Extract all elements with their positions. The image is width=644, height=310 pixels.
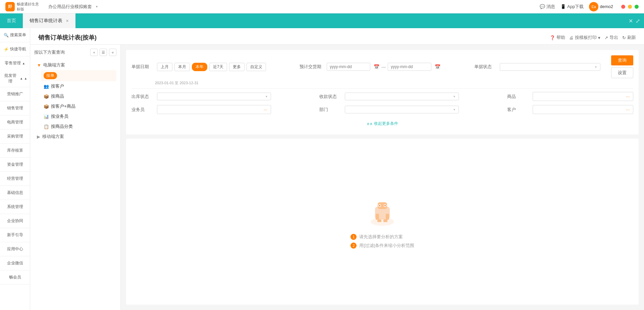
date-btn-thisyear[interactable]: 本年 bbox=[192, 63, 207, 71]
message-action[interactable]: 💬 消息 bbox=[540, 4, 555, 10]
sidebar-item-system[interactable]: 系统管理 bbox=[0, 200, 30, 214]
tab-win-close[interactable]: ✕ bbox=[629, 18, 633, 24]
tree-section-mobile[interactable]: ▶ 移动端方案 bbox=[34, 132, 116, 142]
tab-win-max[interactable]: ⤢ bbox=[636, 18, 640, 24]
sidebar-item-finance[interactable]: 资金管理 bbox=[0, 158, 30, 172]
tab-home[interactable]: 首页 bbox=[0, 13, 23, 28]
cal-icon-from[interactable]: 📅 bbox=[374, 64, 379, 69]
tree-item-by-customer-product[interactable]: 📦 按客户+商品 bbox=[41, 101, 116, 111]
tab-order-stats[interactable]: 销售订单统计表 ✕ bbox=[23, 13, 75, 28]
filter-row-2: 出库状态 ▾ 收款状态 ▾ 商品 bbox=[131, 92, 633, 101]
tree-item-by-salesperson[interactable]: 📊 按业务员 bbox=[41, 111, 116, 121]
shipment-label: 出库状态 bbox=[131, 94, 152, 100]
empty-tip-2: 2 用[过滤]条件来缩小分析范围 bbox=[351, 243, 414, 249]
collapse-panel-btn[interactable]: « bbox=[109, 49, 116, 56]
date-btn-more[interactable]: 更多 bbox=[229, 63, 245, 71]
top-dropdown-icon[interactable]: ▾ bbox=[96, 5, 98, 8]
customer-label: 客户 bbox=[507, 107, 527, 113]
shipment-arrow: ▾ bbox=[266, 95, 267, 98]
sidebar-item-marketing[interactable]: 营销推广 bbox=[0, 87, 30, 101]
expected-date-from[interactable] bbox=[327, 63, 370, 71]
sidebar-item-inventory[interactable]: 库存核算 bbox=[0, 144, 30, 158]
print-dropdown-icon[interactable]: ▾ bbox=[598, 35, 600, 40]
page-title: 销售订单统计表(按单) bbox=[38, 34, 97, 42]
by-product-icon: 📦 bbox=[44, 94, 49, 99]
tree-expand-icon: ▼ bbox=[37, 63, 41, 68]
expected-date-to[interactable] bbox=[388, 63, 431, 71]
date-btn-custom[interactable]: 自定义 bbox=[247, 63, 266, 71]
date-btn-thismonth[interactable]: 本月 bbox=[174, 63, 190, 71]
app-download-action[interactable]: 📱 App下载 bbox=[560, 4, 584, 10]
dept-select[interactable]: ▾ bbox=[345, 106, 459, 113]
inner-layout: 按以下方案查询 ＋ ☰ « ▼ 电脑端方案 按单 bbox=[30, 45, 644, 310]
sidebar-quick-nav[interactable]: ⚡ 快捷导航 bbox=[0, 42, 30, 56]
tree-item-by-category[interactable]: 📋 按商品分类 bbox=[41, 121, 116, 132]
customer-more-btn[interactable]: ··· bbox=[626, 107, 630, 112]
add-scheme-btn[interactable]: ＋ bbox=[90, 49, 98, 56]
top-bar-left: 好 畅捷通好生意 标版 办公用品行业模拟账套 ▾ bbox=[5, 2, 98, 11]
date-btn-7days[interactable]: 近7天 bbox=[209, 63, 227, 71]
status-select-arrow: ▾ bbox=[595, 65, 597, 69]
main-layout: 🔍 搜索菜单 ⚡ 快捷导航 零售管理 批发管理 ▲ 营销推广 销售管理 电商管理… bbox=[0, 28, 644, 310]
date-sep: — bbox=[381, 64, 386, 69]
tree-section-pc[interactable]: ▼ 电脑端方案 bbox=[34, 60, 116, 70]
date-btn-lastmonth[interactable]: 上月 bbox=[157, 63, 172, 71]
manage-scheme-btn[interactable]: ☰ bbox=[100, 49, 107, 56]
tree-item-by-order[interactable]: 按单 bbox=[41, 70, 116, 81]
sidebar-item-enterprise[interactable]: 企业协同 bbox=[0, 214, 30, 228]
refresh-btn[interactable]: ↻ 刷新 bbox=[622, 35, 636, 41]
help-icon: ❓ bbox=[550, 35, 555, 40]
sidebar-item-sales[interactable]: 销售管理 bbox=[0, 101, 30, 115]
export-btn[interactable]: ↗ 导出 bbox=[604, 35, 618, 41]
print-btn[interactable]: 🖨 按模板打印 ▾ bbox=[569, 35, 600, 41]
product-select[interactable]: ··· bbox=[533, 92, 633, 101]
left-panel-icons: ＋ ☰ « bbox=[90, 49, 116, 56]
status-label: 单据状态 bbox=[474, 64, 494, 70]
tab-close-icon[interactable]: ✕ bbox=[66, 19, 69, 23]
collapse-btn[interactable]: ∧∧ 收起更多条件 bbox=[131, 118, 633, 129]
filter-row-3: 业务员 ··· 部门 ▾ 客户 bbox=[131, 105, 633, 114]
sidebar-item-operations[interactable]: 经营管理 bbox=[0, 172, 30, 186]
payment-select[interactable]: ▾ bbox=[345, 93, 459, 100]
logo-text: 畅捷通好生意 标版 bbox=[17, 2, 39, 11]
sidebar-item-appcenter[interactable]: 应用中心 bbox=[0, 242, 30, 256]
win-max-btn[interactable] bbox=[635, 5, 639, 9]
salesperson-select[interactable]: ··· bbox=[157, 105, 271, 114]
tree-section-label: 电脑端方案 bbox=[43, 62, 65, 68]
sidebar-item-retail[interactable]: 零售管理 bbox=[0, 56, 30, 70]
cal-icon-to[interactable]: 📅 bbox=[435, 64, 440, 69]
sidebar-item-wechat[interactable]: 企业微信 bbox=[0, 256, 30, 270]
status-select[interactable]: ▾ bbox=[500, 63, 600, 71]
by-customer-icon: 👥 bbox=[44, 84, 49, 89]
by-cat-icon: 📋 bbox=[44, 124, 49, 129]
tree-item-by-product[interactable]: 📦 按商品 bbox=[41, 91, 116, 101]
win-close-btn[interactable] bbox=[621, 5, 625, 9]
action-btns: 查询 设置 bbox=[611, 55, 633, 78]
tree-item-by-customer[interactable]: 👥 按客户 bbox=[41, 81, 116, 91]
sidebar-item-purchase[interactable]: 采购管理 bbox=[0, 130, 30, 144]
sidebar-item-basics[interactable]: 基础信息 bbox=[0, 186, 30, 200]
tab-bar-actions: ✕ ⤢ bbox=[629, 18, 644, 24]
expected-date-label: 预计交货期 bbox=[300, 64, 321, 70]
avatar: Ea bbox=[589, 2, 598, 11]
product-more-btn[interactable]: ··· bbox=[626, 94, 630, 99]
sidebar-item-member[interactable]: 畅会员 bbox=[0, 270, 30, 285]
tree-mobile-expand-icon: ▶ bbox=[37, 134, 40, 139]
shipment-select[interactable]: ▾ bbox=[157, 93, 271, 100]
sidebar-item-newuser[interactable]: 新手引导 bbox=[0, 228, 30, 242]
top-page-title: 办公用品行业模拟账套 bbox=[48, 4, 92, 10]
sidebar-item-ecommerce[interactable]: 电商管理 bbox=[0, 115, 30, 130]
sidebar-search[interactable]: 🔍 搜索菜单 bbox=[0, 28, 30, 42]
sidebar: 🔍 搜索菜单 ⚡ 快捷导航 零售管理 批发管理 ▲ 营销推广 销售管理 电商管理… bbox=[0, 28, 30, 310]
app-download-icon: 📱 bbox=[560, 4, 566, 9]
user-area[interactable]: Ea demo2 bbox=[589, 2, 613, 11]
sidebar-item-wholesale[interactable]: 批发管理 ▲ bbox=[0, 70, 30, 87]
settings-btn[interactable]: 设置 bbox=[611, 67, 633, 78]
salesperson-more-btn[interactable]: ··· bbox=[264, 107, 267, 112]
filter-card: 单据日期 上月 本月 本年 近7天 更多 自定义 预计交货期 bbox=[126, 50, 639, 135]
win-min-btn[interactable] bbox=[628, 5, 632, 9]
help-btn[interactable]: ❓ 帮助 bbox=[550, 35, 565, 41]
customer-select[interactable]: ··· bbox=[533, 105, 633, 114]
query-btn[interactable]: 查询 bbox=[611, 55, 633, 65]
tab-bar: 首页 销售订单统计表 ✕ ✕ ⤢ bbox=[0, 13, 644, 28]
